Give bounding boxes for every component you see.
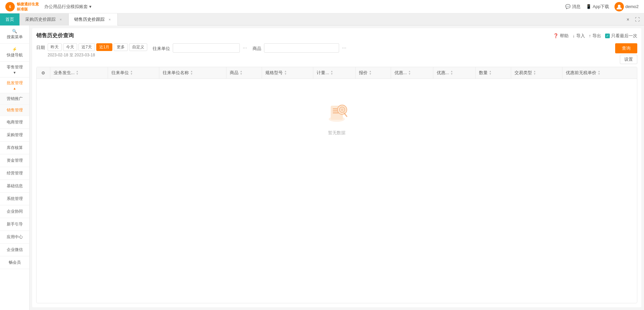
svg-point-2 [618, 5, 621, 7]
user-menu[interactable]: demo2 [614, 2, 639, 11]
th-qty[interactable]: 数量 ▲▼ [475, 67, 511, 79]
export-button[interactable]: ↑ 导出 [589, 33, 601, 39]
header-left: 6 畅捷通好生意 标准版 办公用品行业模拟账套 ▾ [5, 2, 94, 11]
date-btn-today[interactable]: 今天 [63, 43, 77, 51]
sort-icon: ▲▼ [330, 70, 333, 75]
date-controls: 昨天 今天 近7天 近1月 更多 自定义 2023-02-18 至 2023-0… [48, 43, 147, 58]
date-btn-7days[interactable]: 近7天 [78, 43, 95, 51]
sidebar-item-app-center[interactable]: 应用中心 [0, 231, 29, 244]
avatar [614, 2, 624, 11]
th-trade-type[interactable]: 交易类型 ▲▼ [511, 67, 562, 79]
chevron-up-icon: ▲ [13, 87, 16, 90]
sidebar-item-operations-mgmt[interactable]: 经营管理 [0, 167, 29, 180]
sidebar-item-membership[interactable]: 畅会员 [0, 256, 29, 269]
page-title: 销售历史价查询 [36, 32, 74, 39]
th-pre-discount-price[interactable]: 优惠前无税单价 ▲▼ [562, 67, 637, 79]
sidebar-item-inventory[interactable]: 库存核算 [0, 142, 29, 154]
th-spec[interactable]: 规格型号 ▲▼ [262, 67, 313, 79]
help-button[interactable]: ❓ 帮助 [553, 33, 569, 39]
sort-icon: ▲▼ [369, 70, 372, 75]
filter-actions: 查询 设置 [615, 43, 637, 64]
search-button[interactable]: 查询 [615, 43, 637, 53]
th-quote[interactable]: 报价 ▲▼ [356, 67, 391, 79]
settings-button[interactable]: 设置 [620, 55, 637, 64]
sidebar-item-purchase-mgmt[interactable]: 采购管理 [0, 129, 29, 142]
th-partner-code[interactable]: 往来单位 ▲▼ [108, 67, 159, 79]
page-actions: ❓ 帮助 ↓ 导入 ↑ 导出 ✓ 只看最后一次 [553, 33, 637, 39]
sidebar-item-marketing[interactable]: 营销推广 [0, 93, 29, 105]
sidebar-item-retail-mgmt[interactable]: 零售管理 ▼ [0, 62, 29, 78]
date-btn-yesterday[interactable]: 昨天 [48, 43, 62, 51]
sort-icon: ▲▼ [130, 70, 133, 75]
th-partner-name[interactable]: 往来单位名称 ▲▼ [159, 67, 226, 79]
sort-icon: ▲▼ [533, 70, 536, 75]
sidebar-item-enterprise-coop[interactable]: 企业协同 [0, 205, 29, 218]
purchase-history-tab-close[interactable]: × [58, 17, 63, 22]
home-tab-label: 首页 [5, 16, 14, 22]
tab-purchase-history[interactable]: 采购历史价跟踪 × [20, 13, 69, 25]
th-discount2[interactable]: 优惠... ▲▼ [433, 67, 475, 79]
data-table: ⚙ 业务发生... ▲▼ 往来单位 [37, 67, 637, 79]
product-label: 商品 [253, 44, 261, 52]
app-selector[interactable]: 办公用品行业模拟账套 ▾ [42, 2, 94, 11]
partner-filter-group: 往来单位 ··· [153, 43, 247, 53]
sidebar-item-system-mgmt[interactable]: 系统管理 [0, 193, 29, 205]
sidebar-item-capital-mgmt[interactable]: 资金管理 [0, 154, 29, 167]
purchase-history-tab-label: 采购历史价跟踪 [25, 16, 56, 22]
partner-input[interactable] [173, 43, 240, 53]
sort-icon: ▲▼ [284, 70, 287, 75]
th-unit[interactable]: 计量... ▲▼ [313, 67, 356, 79]
sidebar-item-sales-mgmt[interactable]: 销售管理 [0, 105, 29, 116]
message-button[interactable]: 💬 消息 [565, 4, 581, 10]
header-right: 💬 消息 📱 App下载 demo2 [565, 2, 639, 11]
th-biz-date[interactable]: 业务发生... ▲▼ [50, 67, 108, 79]
product-dots[interactable]: ··· [342, 45, 346, 51]
import-button[interactable]: ↓ 导入 [573, 33, 585, 39]
sort-icon: ▲▼ [76, 70, 78, 75]
app-download-button[interactable]: 📱 App下载 [586, 4, 609, 10]
table-header-row: ⚙ 业务发生... ▲▼ 往来单位 [37, 67, 637, 79]
sidebar-item-new-guide[interactable]: 新手引导 [0, 218, 29, 231]
table-container: ⚙ 业务发生... ▲▼ 往来单位 [36, 67, 637, 303]
logo-text: 畅捷通好生意 标准版 [17, 2, 39, 11]
sort-icon: ▲▼ [598, 70, 600, 75]
logo-area: 6 畅捷通好生意 标准版 [5, 2, 39, 11]
import-icon: ↓ [573, 33, 575, 38]
sidebar-item-wholesale-mgmt[interactable]: 批发管理 ▲ [0, 78, 29, 93]
main-layout: 🔍 搜索菜单 ⚡ 快捷导航 零售管理 ▼ 批发管理 ▲ 营销推广 销售管理 电商… [0, 25, 644, 310]
close-tab-button[interactable]: × [624, 15, 632, 23]
sidebar-item-basic-info[interactable]: 基础信息 [0, 180, 29, 193]
date-label: 日期 [36, 43, 45, 51]
sidebar-item-quick-nav[interactable]: ⚡ 快捷导航 [0, 44, 29, 62]
empty-icon [323, 99, 350, 126]
sales-history-tab-close[interactable]: × [107, 17, 112, 22]
sales-history-tab-label: 销售历史价跟踪 [74, 16, 105, 22]
date-btn-more[interactable]: 更多 [114, 43, 128, 51]
date-btn-1month[interactable]: 近1月 [96, 43, 113, 51]
th-gear[interactable]: ⚙ [37, 67, 50, 79]
logo-icon: 6 [5, 2, 15, 11]
sidebar: 🔍 搜索菜单 ⚡ 快捷导航 零售管理 ▼ 批发管理 ▲ 营销推广 销售管理 电商… [0, 25, 30, 310]
top-header: 6 畅捷通好生意 标准版 办公用品行业模拟账套 ▾ 💬 消息 📱 App下载 d… [0, 0, 644, 13]
sidebar-item-ecommerce-mgmt[interactable]: 电商管理 [0, 116, 29, 129]
help-icon: ❓ [553, 33, 558, 38]
tab-sales-history[interactable]: 销售历史价跟踪 × [69, 13, 118, 25]
sidebar-item-search-menu[interactable]: 🔍 搜索菜单 [0, 25, 29, 44]
date-buttons: 昨天 今天 近7天 近1月 更多 自定义 [48, 43, 147, 51]
th-discount1[interactable]: 优惠... ▲▼ [391, 67, 433, 79]
maximize-button[interactable]: ⛶ [633, 15, 641, 23]
th-product[interactable]: 商品 ▲▼ [226, 67, 262, 79]
tab-home[interactable]: 首页 [0, 13, 20, 25]
date-btn-custom[interactable]: 自定义 [129, 43, 147, 51]
partner-dots[interactable]: ··· [243, 45, 247, 51]
only-last-checkbox[interactable]: ✓ 只看最后一次 [605, 33, 637, 39]
date-filter-group: 日期 昨天 今天 近7天 近1月 更多 自定义 2023-02-18 至 202… [36, 43, 147, 58]
empty-text: 暂无数据 [328, 130, 345, 136]
svg-text:6: 6 [9, 5, 11, 9]
sidebar-item-enterprise-wechat[interactable]: 企业微信 [0, 244, 29, 256]
gear-icon: ⚙ [41, 70, 45, 75]
product-input[interactable] [264, 43, 339, 53]
sort-icon: ▲▼ [489, 70, 492, 75]
page-content: 销售历史价查询 ❓ 帮助 ↓ 导入 ↑ 导出 ✓ [32, 28, 641, 307]
page-header: 销售历史价查询 ❓ 帮助 ↓ 导入 ↑ 导出 ✓ [36, 32, 637, 39]
